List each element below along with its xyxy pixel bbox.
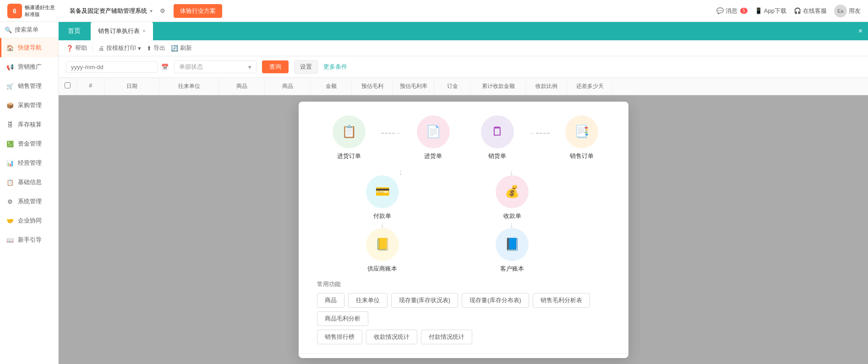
- sidebar-item-system[interactable]: ⚙ 系统管理: [0, 192, 58, 211]
- more-conditions-link[interactable]: 更多条件: [323, 63, 347, 71]
- sidebar-item-label: 新手引导: [18, 236, 42, 244]
- sidebar-item-purchase[interactable]: 📦 采购管理: [0, 96, 58, 115]
- col-ratio: 收款比例: [526, 78, 567, 95]
- sale-order-icon: 📑: [565, 115, 598, 148]
- settings-button[interactable]: 设置: [294, 60, 318, 74]
- common-btn-receipt-stats[interactable]: 收款情况统计: [366, 330, 417, 344]
- purchase-icon: 📦: [6, 101, 14, 109]
- col-num: #: [77, 78, 104, 95]
- search-menu-button[interactable]: 🔍 搜索菜单: [0, 22, 58, 38]
- scroll-left-icon[interactable]: ‹: [303, 357, 305, 358]
- system-title-dropdown[interactable]: 装备及固定资产辅助管理系统 ▾: [70, 7, 153, 15]
- payment-label: 付款单: [373, 212, 391, 220]
- help-button[interactable]: ❓ 帮助: [66, 44, 87, 52]
- col-collected: 累计收款金额: [471, 78, 526, 95]
- sidebar-item-inventory[interactable]: 🗄 库存核算: [0, 115, 58, 134]
- purchase-order-node[interactable]: 📋 进货订单: [317, 115, 381, 160]
- export-icon: ⬆: [147, 45, 152, 52]
- separator: [93, 44, 93, 52]
- sidebar-item-label: 销售管理: [18, 82, 42, 90]
- system-title: 装备及固定资产辅助管理系统: [70, 7, 147, 15]
- sidebar-item-guide[interactable]: 📖 新手引导: [0, 230, 58, 250]
- customer-ledger-node[interactable]: 📘 客户账本: [480, 228, 544, 273]
- sidebar-item-basic-info[interactable]: 📋 基础信息: [0, 173, 58, 192]
- sidebar-item-label: 采购管理: [18, 101, 42, 109]
- sidebar-item-quick-nav[interactable]: 🏠 快捷导航: [0, 38, 58, 57]
- help-icon: ❓: [66, 45, 73, 52]
- user-profile[interactable]: Ea 用友: [834, 5, 861, 17]
- app-download-button[interactable]: 📱 App下载: [755, 7, 786, 15]
- calendar-icon: 📅: [161, 64, 169, 71]
- message-button[interactable]: 💬 消息 5: [716, 7, 748, 15]
- refresh-icon: 🔄: [171, 45, 178, 52]
- settings-icon[interactable]: ⚙: [156, 5, 169, 17]
- col-diff: 还差多少天: [567, 78, 613, 95]
- common-btn-goods-gross[interactable]: 商品毛利分析: [317, 311, 368, 326]
- scroll-right-icon[interactable]: ›: [622, 357, 623, 358]
- modal-scrollbar: ‹ ›: [299, 353, 628, 358]
- tab-close-icon[interactable]: ×: [142, 28, 146, 34]
- top-right-area: 💬 消息 5 📱 App下载 🎧 在线客服 Ea 用友: [716, 5, 861, 17]
- supplier-ledger-node[interactable]: 📒 供应商账本: [350, 228, 415, 273]
- sidebar-item-finance[interactable]: 💹 资金管理: [0, 134, 58, 153]
- purchase-bill-node[interactable]: 📄 进货单: [401, 115, 465, 160]
- sale-bill-node[interactable]: 🗒 销货单: [465, 115, 530, 160]
- dropdown-arrow-icon: ▾: [150, 8, 153, 14]
- select-dropdown-icon: ▾: [248, 64, 251, 71]
- enterprise-icon: 🤝: [6, 217, 14, 225]
- finance-icon: 💹: [6, 140, 14, 148]
- common-btn-goods[interactable]: 商品: [317, 293, 344, 308]
- status-select[interactable]: 单据状态 ▾: [174, 60, 257, 73]
- sidebar-item-label: 资金管理: [18, 140, 42, 148]
- avatar: Ea: [834, 5, 847, 17]
- common-btn-sales-gross[interactable]: 销售毛利分析表: [533, 293, 590, 308]
- online-service-button[interactable]: 🎧 在线客服: [794, 7, 827, 15]
- sidebar-item-enterprise[interactable]: 🤝 企业协同: [0, 211, 58, 230]
- receipt-icon: 💰: [496, 175, 529, 208]
- common-btn-inventory-status[interactable]: 现存量(库存状况表): [391, 293, 459, 308]
- date-from-input[interactable]: [66, 61, 158, 73]
- common-btn-sales-rank[interactable]: 销售排行榜: [317, 330, 362, 344]
- service-icon: 🎧: [794, 7, 801, 14]
- common-btn-payment-stats[interactable]: 付款情况统计: [421, 330, 472, 344]
- sale-order-node[interactable]: 📑 销售订单: [550, 115, 614, 160]
- sidebar-item-label: 企业协同: [18, 217, 42, 225]
- sidebar-item-operations[interactable]: 📊 经营管理: [0, 153, 58, 173]
- content-area: 首页 销售订单执行表 × × ❓ 帮助 🖨 按模板打印 ▾: [59, 22, 868, 364]
- refresh-button[interactable]: 🔄 刷新: [171, 44, 192, 52]
- query-button[interactable]: 查询: [262, 60, 289, 73]
- sidebar-item-label: 库存核算: [18, 120, 42, 129]
- col-gross: 预估毛利: [352, 78, 393, 95]
- supplier-ledger-label: 供应商账本: [367, 265, 397, 273]
- system-icon: ⚙: [6, 197, 14, 206]
- receipt-node[interactable]: 💰 收款单: [480, 175, 544, 220]
- purchase-bill-label: 进货单: [424, 152, 442, 160]
- supplier-ledger-icon: 📒: [366, 228, 399, 261]
- window-close-button[interactable]: ×: [858, 27, 863, 35]
- col-amount: 金额: [311, 78, 352, 95]
- col-date: 日期: [104, 78, 159, 95]
- guide-icon: 📖: [6, 236, 14, 244]
- modal-overlay: 📋 进货订单 →: [59, 95, 868, 364]
- tab-sale-order-execution[interactable]: 销售订单执行表 ×: [91, 22, 153, 40]
- sidebar-item-label: 经营管理: [18, 159, 42, 167]
- flow-diagram: 📋 进货订单 →: [317, 115, 610, 273]
- receipt-label: 收款单: [503, 212, 521, 220]
- purchase-order-icon: 📋: [333, 115, 366, 148]
- tab-home[interactable]: 首页: [59, 22, 90, 40]
- export-button[interactable]: ⬆ 导出: [147, 44, 165, 52]
- sidebar-item-marketing[interactable]: 📢 营销推广: [0, 57, 58, 76]
- payment-node[interactable]: 💳 付款单: [350, 175, 415, 220]
- sidebar-item-sales[interactable]: 🛒 销售管理: [0, 76, 58, 96]
- experience-button[interactable]: 体验行业方案: [174, 4, 222, 18]
- common-btn-inventory-dist[interactable]: 现存量(库存分布表): [462, 293, 529, 308]
- logo-text: 畅康通好生意 标准版: [25, 4, 55, 17]
- common-title: 常用功能: [317, 280, 610, 288]
- print-dropdown-icon: ▾: [138, 45, 141, 52]
- common-btn-supplier-customer[interactable]: 往来单位: [348, 293, 388, 308]
- select-all-checkbox[interactable]: [65, 82, 71, 88]
- user-name: 用友: [849, 7, 861, 15]
- page-content: 📋 进货订单 →: [59, 95, 868, 364]
- common-functions: 常用功能 商品 往来单位 现存量(库存状况表) 现存量(库存分布表) 销售毛利分…: [317, 280, 610, 344]
- print-button[interactable]: 🖨 按模板打印 ▾: [98, 44, 141, 52]
